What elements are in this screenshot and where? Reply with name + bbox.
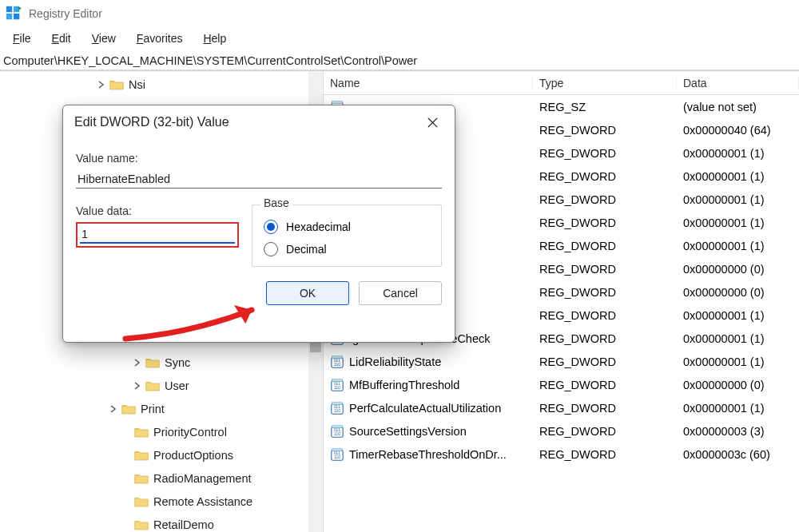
svg-rect-3 — [14, 14, 19, 19]
value-type: REG_DWORD — [533, 147, 677, 160]
window-titlebar: Registry Editor — [0, 0, 799, 27]
value-data: 0x00000003 (3) — [677, 425, 799, 438]
value-name-field[interactable] — [76, 169, 442, 189]
tree-item[interactable]: Print — [0, 397, 323, 420]
value-data-highlight — [76, 222, 239, 248]
value-data-label: Value data: — [76, 204, 252, 217]
value-data: 0x00000001 (1) — [677, 193, 799, 206]
value-data: 0x00000001 (1) — [677, 147, 799, 160]
dialog-title: Edit DWORD (32-bit) Value — [74, 115, 421, 129]
svg-rect-51 — [332, 355, 343, 358]
svg-text:110: 110 — [334, 409, 340, 413]
menu-bar: File Edit View Favorites Help — [0, 27, 799, 51]
svg-text:110: 110 — [334, 363, 340, 367]
menu-favorites[interactable]: Favorites — [127, 29, 194, 48]
tree-item[interactable]: Nsi — [0, 73, 323, 96]
tree-item-label: Sync — [165, 356, 190, 369]
edit-dword-dialog: Edit DWORD (32-bit) Value Value name: Va… — [62, 105, 455, 343]
col-header-name[interactable]: Name — [324, 77, 533, 89]
list-column-headers: Name Type Data — [324, 71, 799, 95]
radio-hex[interactable]: Hexadecimal — [264, 220, 430, 234]
value-data-field[interactable] — [80, 226, 235, 244]
tree-item-label: ProductOptions — [153, 449, 233, 462]
tree-item[interactable]: Sync — [0, 351, 323, 374]
radio-decimal[interactable]: Decimal — [264, 242, 430, 256]
folder-icon — [109, 79, 124, 90]
radio-hex-label: Hexadecimal — [286, 220, 351, 233]
radio-hex-circle-icon — [264, 220, 278, 234]
svg-rect-7 — [332, 101, 343, 103]
value-data: 0x00000001 (1) — [677, 170, 799, 183]
value-data: 0x0000003c (60) — [677, 448, 799, 461]
value-type: REG_DWORD — [533, 355, 677, 368]
chevron-right-icon[interactable] — [132, 380, 143, 391]
reg-dword-icon: 011110 — [330, 424, 344, 439]
folder-icon — [134, 496, 149, 507]
folder-icon — [145, 380, 160, 391]
value-data: 0x00000040 (64) — [677, 124, 799, 137]
menu-fav-rest: avorites — [143, 32, 182, 45]
dialog-titlebar: Edit DWORD (32-bit) Value — [63, 105, 455, 139]
tree-item[interactable]: User — [0, 374, 323, 397]
folder-icon — [121, 403, 136, 415]
menu-help-rest: elp — [212, 32, 227, 45]
tree-item[interactable]: ProductOptions — [0, 443, 323, 466]
close-icon — [427, 117, 439, 129]
list-row[interactable]: 011110SourceSettingsVersionREG_DWORD0x00… — [324, 419, 799, 443]
menu-file[interactable]: File — [3, 29, 42, 48]
tree-item[interactable]: RetailDemo — [0, 513, 323, 532]
value-type: REG_DWORD — [533, 240, 677, 252]
dialog-close-button[interactable] — [421, 111, 443, 133]
value-type: REG_DWORD — [533, 448, 677, 461]
reg-dword-icon: 011110 — [330, 378, 344, 392]
chevron-right-icon[interactable] — [96, 79, 107, 90]
list-row[interactable]: 011110PerfCalculateActualUtilizationREG_… — [324, 396, 799, 419]
value-name: PerfCalculateActualUtilization — [349, 402, 501, 415]
cancel-button[interactable]: Cancel — [359, 281, 442, 305]
value-type: REG_DWORD — [533, 124, 677, 137]
list-row[interactable]: 011110TimerRebaseThresholdOnDr...REG_DWO… — [324, 443, 799, 466]
address-bar[interactable]: Computer\HKEY_LOCAL_MACHINE\SYSTEM\Curre… — [0, 51, 799, 70]
menu-help[interactable]: Help — [193, 29, 237, 48]
value-name: TimerRebaseThresholdOnDr... — [349, 448, 507, 461]
tree-item[interactable]: RadioManagement — [0, 466, 323, 490]
value-data: 0x00000000 (0) — [677, 379, 799, 391]
registry-app-icon — [5, 5, 22, 22]
svg-rect-67 — [332, 448, 343, 451]
ok-button[interactable]: OK — [266, 281, 349, 305]
list-row[interactable]: 011110MfBufferingThresholdREG_DWORD0x000… — [324, 373, 799, 396]
svg-text:110: 110 — [334, 455, 340, 459]
menu-file-rest: ile — [20, 32, 31, 45]
svg-rect-2 — [6, 14, 12, 19]
value-type: REG_DWORD — [533, 170, 677, 183]
tree-item[interactable]: Remote Assistance — [0, 490, 323, 513]
menu-view[interactable]: View — [82, 29, 127, 48]
value-type: REG_DWORD — [533, 263, 677, 276]
col-header-data[interactable]: Data — [677, 77, 799, 89]
radio-dec-circle-icon — [264, 242, 278, 256]
value-name: MfBufferingThreshold — [349, 379, 459, 391]
value-data: 0x00000000 (0) — [677, 286, 799, 299]
chevron-right-icon[interactable] — [108, 403, 119, 415]
svg-text:110: 110 — [334, 386, 340, 390]
radio-dec-label: Decimal — [286, 243, 327, 256]
base-groupbox: Base Hexadecimal Decimal — [252, 204, 442, 267]
base-legend: Base — [260, 197, 292, 209]
value-type: REG_SZ — [533, 101, 677, 113]
folder-icon — [145, 357, 160, 368]
tree-item[interactable]: PriorityControl — [0, 420, 323, 443]
value-data: 0x00000001 (1) — [677, 332, 799, 345]
svg-marker-4 — [18, 6, 22, 10]
col-header-type[interactable]: Type — [533, 77, 677, 89]
value-data: 0x00000001 (1) — [677, 309, 799, 322]
window-title: Registry Editor — [29, 7, 102, 20]
tree-item-label: User — [165, 379, 189, 392]
folder-icon — [134, 473, 149, 484]
list-row[interactable]: 011110LidReliabilityStateREG_DWORD0x0000… — [324, 350, 799, 373]
value-type: REG_DWORD — [533, 216, 677, 229]
chevron-right-icon[interactable] — [132, 357, 143, 368]
tree-item-label: Remote Assistance — [153, 495, 252, 508]
menu-view-rest: iew — [99, 32, 116, 45]
menu-edit[interactable]: Edit — [42, 29, 82, 48]
value-type: REG_DWORD — [533, 425, 677, 438]
